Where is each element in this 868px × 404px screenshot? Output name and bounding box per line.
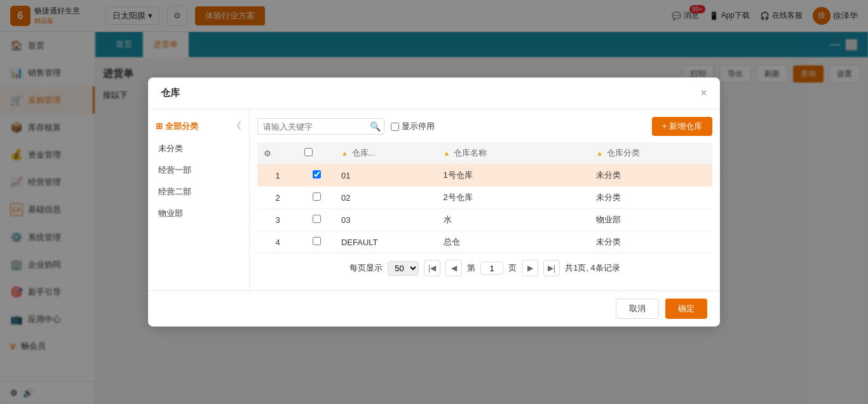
cell-seq: 3 [257,209,298,231]
next-page-button[interactable]: ▶ [522,260,538,276]
th-category: ▲ 仓库分类 [590,142,712,165]
warehouse-table-body: 1 01 1号仓库 未分类 2 02 2号仓库 未分类 3 03 水 物业部 4… [257,165,712,253]
dialog-footer: 取消 确定 [148,290,720,327]
row-checkbox[interactable] [313,215,321,223]
search-input[interactable] [263,122,370,131]
last-page-button[interactable]: ▶| [543,260,560,276]
show-disabled-label[interactable]: 显示停用 [391,121,435,132]
confirm-button[interactable]: 确定 [665,299,707,319]
row-checkbox[interactable] [313,192,321,201]
cell-check[interactable] [298,209,335,231]
page-input[interactable] [480,262,503,275]
sort-name-icon: ▲ [444,149,451,157]
table-panel: 🔍 显示停用 + 新增仓库 ⚙ [250,109,720,290]
dialog-close-button[interactable]: × [700,86,707,100]
per-page-label: 每页显示 [349,262,383,274]
cancel-button[interactable]: 取消 [616,299,659,319]
collapse-button[interactable]: 《 [231,119,241,133]
dialog-title: 仓库 [161,87,180,99]
category-uncategorized[interactable]: 未分类 [148,138,249,159]
table-row[interactable]: 3 03 水 物业部 [257,209,712,231]
cell-check[interactable] [298,231,335,253]
add-warehouse-button[interactable]: + 新增仓库 [652,117,712,136]
first-page-button[interactable]: |◀ [424,260,440,276]
category-all[interactable]: ⊞ 全部分类 《 [148,114,249,138]
total-info: 共1页, 4条记录 [565,262,620,274]
category-panel: ⊞ 全部分类 《 未分类 经营一部 经营二部 物业部 [148,109,250,290]
gear-th-icon[interactable]: ⚙ [264,149,271,158]
cell-code: 02 [335,187,437,209]
cell-check[interactable] [298,187,335,209]
cell-seq: 2 [257,187,298,209]
search-icon[interactable]: 🔍 [370,121,381,131]
cell-code: DEFAULT [335,231,437,253]
pagination-bar: 每页显示 50 |◀ ◀ 第 页 ▶ ▶| 共1页, 4条记录 [257,253,712,283]
category-dept2[interactable]: 经营二部 [148,181,249,203]
th-settings: ⚙ [257,142,298,165]
th-name: ▲ 仓库名称 [437,142,590,165]
row-checkbox[interactable] [313,237,321,245]
table-toolbar: 🔍 显示停用 + 新增仓库 [257,117,712,136]
prev-page-button[interactable]: ◀ [445,260,462,276]
page-label: 第 [467,262,475,274]
row-checkbox[interactable] [313,170,321,178]
cell-category: 未分类 [590,165,712,187]
grid-icon: ⊞ [156,121,163,131]
th-check [298,142,335,165]
cell-name: 水 [437,209,590,231]
cell-name: 2号仓库 [437,187,590,209]
show-disabled-checkbox[interactable] [391,123,399,131]
dialog-body: ⊞ 全部分类 《 未分类 经营一部 经营二部 物业部 🔍 显示停用 [148,109,720,290]
cell-seq: 4 [257,231,298,253]
sort-cat-icon: ▲ [596,149,603,157]
cell-name: 总仓 [437,231,590,253]
cell-category: 未分类 [590,231,712,253]
cell-name: 1号仓库 [437,165,590,187]
sort-code-icon: ▲ [341,149,348,157]
cell-seq: 1 [257,165,298,187]
cell-code: 03 [335,209,437,231]
table-header-row: ⚙ ▲ 仓库... ▲ 仓库名称 [257,142,712,165]
cell-category: 未分类 [590,187,712,209]
cell-code: 01 [335,165,437,187]
select-all-checkbox[interactable] [304,148,313,156]
category-dept1[interactable]: 经营一部 [148,159,249,181]
page-suffix: 页 [508,262,517,274]
table-row[interactable]: 1 01 1号仓库 未分类 [257,165,712,187]
warehouse-table: ⚙ ▲ 仓库... ▲ 仓库名称 [257,142,712,253]
warehouse-dialog: 仓库 × ⊞ 全部分类 《 未分类 经营一部 经营二部 物业部 [148,77,720,327]
th-code: ▲ 仓库... [335,142,437,165]
per-page-select[interactable]: 50 [388,261,419,276]
dialog-header: 仓库 × [148,77,720,109]
table-row[interactable]: 2 02 2号仓库 未分类 [257,187,712,209]
cell-category: 物业部 [590,209,712,231]
cell-check[interactable] [298,165,335,187]
search-input-wrap[interactable]: 🔍 [257,118,384,135]
table-row[interactable]: 4 DEFAULT 总仓 未分类 [257,231,712,253]
category-property[interactable]: 物业部 [148,203,249,224]
